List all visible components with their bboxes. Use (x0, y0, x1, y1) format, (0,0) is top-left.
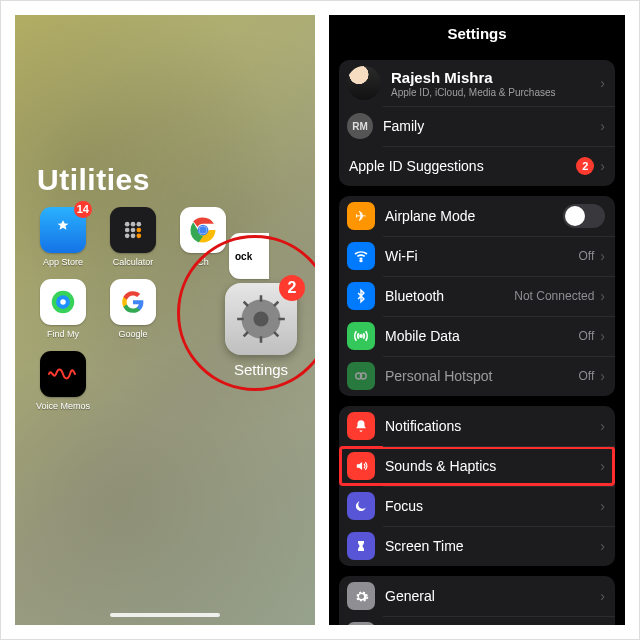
hourglass-icon (347, 532, 375, 560)
chevron-right-icon: › (600, 118, 605, 134)
row-label: Screen Time (385, 538, 600, 554)
app-google[interactable]: Google (103, 279, 163, 339)
svg-point-8 (137, 234, 142, 239)
avatar (347, 66, 381, 100)
app-voice-memos[interactable]: Voice Memos (33, 351, 93, 411)
settings-screen: Settings Rajesh Mishra Apple ID, iCloud,… (329, 15, 625, 625)
row-label: Airplane Mode (385, 208, 563, 224)
row-mobile-data[interactable]: Mobile Data Off› (339, 316, 615, 356)
moon-icon (347, 492, 375, 520)
profile-name: Rajesh Mishra (391, 69, 600, 86)
row-screen-time[interactable]: Screen Time › (339, 526, 615, 566)
profile-subtitle: Apple ID, iCloud, Media & Purchases (391, 87, 600, 98)
badge-count: 2 (279, 275, 305, 301)
svg-point-1 (131, 222, 136, 227)
row-label: Personal Hotspot (385, 368, 579, 384)
row-value: Not Connected (514, 289, 594, 303)
settings-group-profile: Rajesh Mishra Apple ID, iCloud, Media & … (339, 60, 615, 186)
gear-icon (347, 582, 375, 610)
hotspot-icon (347, 362, 375, 390)
app-settings-large[interactable]: 2 Settings (213, 283, 309, 378)
svg-point-5 (137, 228, 142, 233)
folder-title: Utilities (37, 163, 150, 197)
bluetooth-icon (347, 282, 375, 310)
airplane-icon: ✈ (347, 202, 375, 230)
svg-point-3 (125, 228, 130, 233)
findmy-icon (40, 279, 86, 325)
row-notifications[interactable]: Notifications › (339, 406, 615, 446)
speaker-icon (347, 452, 375, 480)
voicememos-icon (40, 351, 86, 397)
row-label: General (385, 588, 600, 604)
appstore-icon: 14 (40, 207, 86, 253)
svg-point-20 (360, 335, 362, 337)
settings-group-network: ✈ Airplane Mode Wi-Fi Off› Bluetooth Not… (339, 196, 615, 396)
chevron-right-icon: › (600, 248, 605, 264)
row-label: Family (383, 118, 600, 134)
row-label: Notifications (385, 418, 600, 434)
chevron-right-icon: › (600, 458, 605, 474)
svg-point-0 (125, 222, 130, 227)
row-value: Off (579, 369, 595, 383)
family-avatar: RM (347, 113, 373, 139)
app-label: Ch (197, 257, 209, 267)
row-bluetooth[interactable]: Bluetooth Not Connected› (339, 276, 615, 316)
chevron-right-icon: › (600, 418, 605, 434)
page-title: Settings (329, 15, 625, 50)
toggle-switch[interactable] (563, 204, 605, 228)
row-label: Mobile Data (385, 328, 579, 344)
calculator-icon (110, 207, 156, 253)
row-general[interactable]: General › (339, 576, 615, 616)
badge-count: 2 (576, 157, 594, 175)
row-sounds-haptics[interactable]: Sounds & Haptics › (339, 446, 615, 486)
row-label: Wi-Fi (385, 248, 579, 264)
row-apple-id-suggestions[interactable]: Apple ID Suggestions 2› (339, 146, 615, 186)
sliders-icon (347, 622, 375, 625)
app-label: Settings (213, 361, 309, 378)
settings-icon: 2 (225, 283, 297, 355)
bell-icon (347, 412, 375, 440)
row-control-centre[interactable]: Control Centre › (339, 616, 615, 625)
app-label: Google (118, 329, 147, 339)
row-label: Apple ID Suggestions (349, 158, 576, 174)
wifi-icon (347, 242, 375, 270)
app-app-store[interactable]: 14 App Store (33, 207, 93, 267)
chevron-right-icon: › (600, 75, 605, 91)
row-value: Off (579, 329, 595, 343)
row-apple-id[interactable]: Rajesh Mishra Apple ID, iCloud, Media & … (339, 60, 615, 106)
chrome-icon (180, 207, 226, 253)
row-label: Bluetooth (385, 288, 514, 304)
row-personal-hotspot[interactable]: Personal Hotspot Off› (339, 356, 615, 396)
home-folder-screen: Utilities ock 14 App Store Calculator (15, 15, 315, 625)
app-label: Find My (47, 329, 79, 339)
chevron-right-icon: › (600, 498, 605, 514)
chevron-right-icon: › (600, 288, 605, 304)
row-label: Focus (385, 498, 600, 514)
badge-count: 14 (74, 201, 92, 218)
row-wifi[interactable]: Wi-Fi Off› (339, 236, 615, 276)
svg-point-2 (137, 222, 142, 227)
chevron-right-icon: › (600, 328, 605, 344)
chevron-right-icon: › (600, 538, 605, 554)
svg-point-19 (360, 260, 362, 262)
row-family[interactable]: RM Family › (339, 106, 615, 146)
svg-point-7 (131, 234, 136, 239)
settings-group-focus: Notifications › Sounds & Haptics › Focus… (339, 406, 615, 566)
app-find-my[interactable]: Find My (33, 279, 93, 339)
chevron-right-icon: › (600, 368, 605, 384)
svg-point-4 (131, 228, 136, 233)
app-label: Voice Memos (36, 401, 90, 411)
row-focus[interactable]: Focus › (339, 486, 615, 526)
home-indicator[interactable] (110, 613, 220, 617)
antenna-icon (347, 322, 375, 350)
settings-group-general: General › Control Centre › (339, 576, 615, 625)
google-icon (110, 279, 156, 325)
chevron-right-icon: › (600, 588, 605, 604)
app-label: App Store (43, 257, 83, 267)
app-label: Calculator (113, 257, 154, 267)
app-chrome[interactable]: Ch (173, 207, 233, 267)
svg-point-6 (125, 234, 130, 239)
row-airplane-mode[interactable]: ✈ Airplane Mode (339, 196, 615, 236)
app-calculator[interactable]: Calculator (103, 207, 163, 267)
svg-point-12 (199, 226, 207, 234)
